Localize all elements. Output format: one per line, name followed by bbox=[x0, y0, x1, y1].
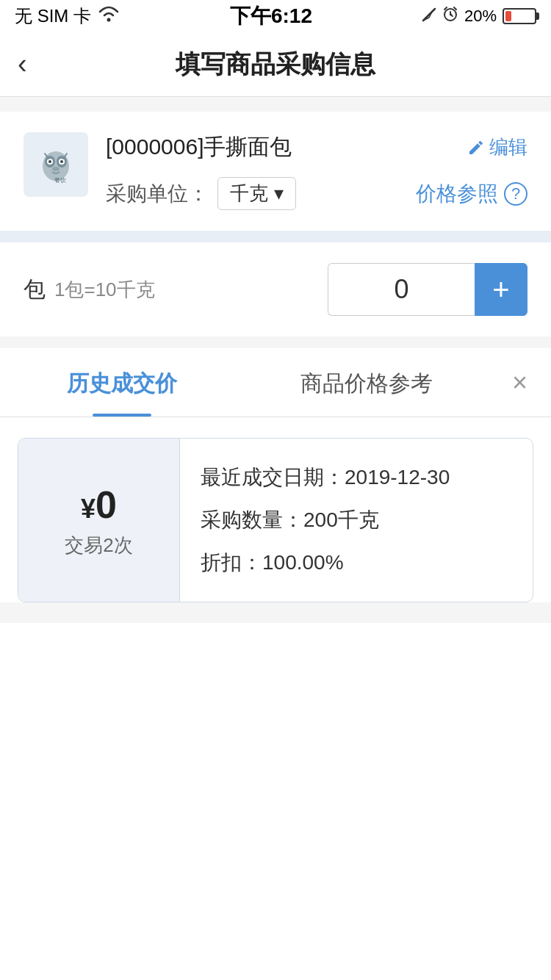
unit-label: 采购单位： bbox=[106, 180, 209, 208]
status-bar: 无 SIM 卡 下午6:12 20% bbox=[0, 0, 551, 32]
price-ref-label: 价格参照 bbox=[416, 180, 498, 208]
battery-percent: 20% bbox=[464, 7, 497, 26]
unit-value: 千克 bbox=[230, 181, 268, 206]
tab-history-label: 历史成交价 bbox=[67, 371, 177, 395]
latest-date-label: 最近成交日期： bbox=[201, 466, 345, 489]
quantity-plus-button[interactable]: + bbox=[475, 263, 527, 316]
quantity-input[interactable] bbox=[328, 263, 475, 316]
back-button[interactable]: ‹ bbox=[18, 48, 27, 80]
edit-button[interactable]: 编辑 bbox=[467, 134, 527, 160]
svg-point-0 bbox=[107, 18, 111, 22]
discount-row: 折扣：100.00% bbox=[201, 547, 512, 578]
product-card: 餐饮 [0000006]手撕面包 编辑 采购单位： 千克 ▾ bbox=[0, 112, 551, 231]
quantity-conversion: 1包=10千克 bbox=[54, 277, 155, 303]
lower-area bbox=[0, 623, 551, 980]
quantity-row: 包 1包=10千克 + bbox=[0, 242, 551, 336]
tab-product-price[interactable]: 商品价格参考 bbox=[244, 348, 488, 417]
yen-symbol: ¥ bbox=[81, 494, 96, 524]
quantity-detail-value: 200千克 bbox=[303, 508, 379, 531]
history-price: ¥0 bbox=[81, 483, 117, 527]
battery-icon bbox=[503, 8, 536, 24]
wifi-icon bbox=[97, 6, 120, 26]
dropdown-arrow-icon: ▾ bbox=[274, 182, 284, 205]
product-info: [0000006]手撕面包 编辑 采购单位： 千克 ▾ 价格 bbox=[106, 132, 527, 210]
tab-product-label: 商品价格参考 bbox=[300, 371, 433, 395]
history-right-panel: 最近成交日期：2019-12-30 采购数量：200千克 折扣：100.00% bbox=[180, 439, 533, 602]
svg-point-9 bbox=[52, 167, 60, 171]
unit-select[interactable]: 千克 ▾ bbox=[217, 177, 296, 210]
carrier-label: 无 SIM 卡 bbox=[15, 4, 91, 28]
price-value: 0 bbox=[96, 483, 117, 526]
history-left-panel: ¥0 交易2次 bbox=[18, 439, 180, 602]
close-button[interactable]: × bbox=[489, 367, 551, 398]
status-time: 下午6:12 bbox=[230, 2, 312, 30]
tab-underline bbox=[93, 414, 151, 417]
discount-value: 100.00% bbox=[262, 551, 344, 574]
bottom-panel: 历史成交价 商品价格参考 × ¥0 交易2次 最近成交日期：2019-12-30… bbox=[0, 348, 551, 602]
location-icon bbox=[422, 6, 436, 26]
page-title: 填写商品采购信息 bbox=[176, 48, 375, 82]
section-divider bbox=[0, 231, 551, 242]
svg-point-7 bbox=[48, 160, 51, 163]
alarm-icon bbox=[442, 6, 458, 26]
tabs-row: 历史成交价 商品价格参考 × bbox=[0, 348, 551, 417]
svg-point-8 bbox=[60, 160, 63, 163]
status-left: 无 SIM 卡 bbox=[15, 4, 120, 28]
product-logo: 餐饮 bbox=[24, 132, 88, 197]
discount-label: 折扣： bbox=[201, 551, 262, 574]
nav-bar: ‹ 填写商品采购信息 bbox=[0, 32, 551, 97]
price-reference-button[interactable]: 价格参照 ? bbox=[416, 180, 527, 208]
quantity-input-group: + bbox=[328, 263, 527, 316]
help-icon: ? bbox=[504, 182, 527, 206]
product-name: [0000006]手撕面包 bbox=[106, 132, 292, 162]
status-right: 20% bbox=[422, 6, 536, 26]
quantity-row-detail: 采购数量：200千克 bbox=[201, 505, 512, 536]
history-trades: 交易2次 bbox=[65, 533, 132, 558]
svg-text:餐饮: 餐饮 bbox=[54, 177, 66, 184]
tab-history-price[interactable]: 历史成交价 bbox=[0, 348, 244, 417]
latest-date-row: 最近成交日期：2019-12-30 bbox=[201, 462, 512, 493]
quantity-unit-badge: 包 bbox=[24, 275, 46, 305]
history-card: ¥0 交易2次 最近成交日期：2019-12-30 采购数量：200千克 折扣：… bbox=[18, 438, 533, 602]
latest-date-value: 2019-12-30 bbox=[345, 466, 450, 489]
edit-label: 编辑 bbox=[489, 134, 527, 160]
quantity-detail-label: 采购数量： bbox=[201, 508, 303, 531]
